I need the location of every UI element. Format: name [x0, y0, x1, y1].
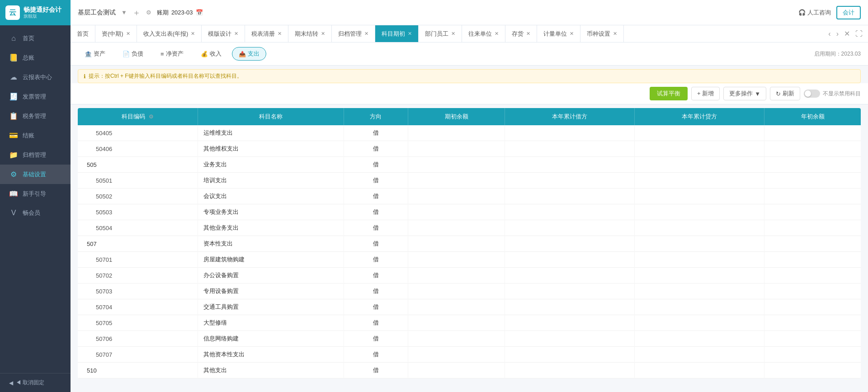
company-dropdown-icon[interactable]: ▼ [121, 9, 127, 16]
toggle-track[interactable] [804, 90, 820, 98]
tab-close-archive-mgr[interactable]: ✕ [364, 31, 368, 37]
tab-close-period-end[interactable]: ✕ [321, 31, 325, 37]
disable-toggle[interactable]: 不显示禁用科目 [804, 90, 861, 98]
tab-close-template[interactable]: ✕ [234, 31, 238, 37]
tab-close-bs-period[interactable]: ✕ [126, 31, 130, 37]
sidebar-item-archive[interactable]: 📁 归档管理 [0, 145, 71, 165]
ledger-icon: 📒 [9, 53, 18, 62]
cell-opening [408, 315, 505, 331]
tab-label-dept-emp: 部门员工 [425, 30, 448, 38]
cell-ytd-debit [505, 173, 635, 189]
filter-tab-liability[interactable]: 📄 负债 [116, 47, 150, 61]
add-button[interactable]: + 新增 [691, 87, 720, 100]
expense-tab-label: 支出 [248, 50, 259, 58]
tab-home[interactable]: 首页 [71, 25, 95, 42]
refresh-button[interactable]: ↻ 刷新 [770, 87, 800, 100]
cell-code: 50503 [78, 204, 198, 220]
balance-button[interactable]: 试算平衡 [650, 87, 688, 100]
cell-code: 50707 [78, 347, 198, 363]
tab-close-tax-clear[interactable]: ✕ [278, 31, 282, 37]
filter-tab-asset[interactable]: 🏦 资产 [78, 47, 112, 61]
cell-name: 运维维支出 [198, 125, 344, 141]
tab-currency[interactable]: 币种设置✕ [580, 25, 624, 42]
cell-name: 其他资本性支出 [198, 347, 344, 363]
topbar: 基层工会测试 ▼ ＋ ⚙ 账期 2023-03 📅 🎧 人工咨询 会计 [71, 0, 868, 25]
tab-bs-period[interactable]: 资(中期)✕ [95, 25, 137, 42]
cell-name: 专用设备购置 [198, 283, 344, 299]
filter-tabs: 🏦 资产 📄 负债 ≡ 净资产 💰 收入 📤 支出 启用期间：2023.03 [71, 43, 868, 66]
tab-close-currency[interactable]: ✕ [613, 31, 617, 37]
col-opening: 期初余额 [408, 108, 505, 125]
table-row: 50706 信息网络购建 借 [78, 331, 861, 347]
collapse-label: ◀ 取消固定 [16, 379, 44, 387]
cell-name: 资本性支出 [198, 236, 344, 252]
cell-ytd-credit [635, 252, 764, 268]
guide-icon: 📖 [9, 189, 18, 198]
sidebar-item-cloud-report[interactable]: ☁ 云报表中心 [0, 67, 71, 87]
tab-dept-emp[interactable]: 部门员工✕ [419, 25, 462, 42]
tab-archive-mgr[interactable]: 归档管理✕ [332, 25, 375, 42]
cell-ytd-credit [635, 189, 764, 204]
cell-ytd-debit [505, 347, 635, 363]
tab-close-inventory[interactable]: ✕ [526, 31, 530, 37]
tab-controls: ‹ › ✕ ⛶ [823, 28, 868, 39]
tab-unit[interactable]: 计量单位✕ [537, 25, 580, 42]
cell-code: 507 [78, 236, 198, 252]
filter-tab-expense[interactable]: 📤 支出 [232, 47, 266, 61]
tab-close-all[interactable]: ✕ [842, 28, 852, 39]
tab-close-subject-init[interactable]: ✕ [408, 31, 412, 37]
tab-subject-init[interactable]: 科目期初✕ [375, 25, 419, 42]
sidebar-item-settings[interactable]: ⚙ 基础设置 [0, 165, 71, 184]
toolbar-actions: 试算平衡 + 新增 更多操作 ▼ ↻ 刷新 不显示禁用科目 [650, 87, 861, 100]
cell-opening [408, 252, 505, 268]
cell-ytd-debit [505, 363, 635, 378]
cell-ytd-debit [505, 268, 635, 283]
cell-direction: 借 [344, 331, 408, 347]
filter-tab-income[interactable]: 💰 收入 [194, 47, 228, 61]
cell-direction: 借 [344, 189, 408, 204]
tab-scroll-left[interactable]: ‹ [826, 29, 832, 39]
tab-label-currency: 币种设置 [587, 30, 610, 38]
sidebar-item-home[interactable]: ⌂ 首页 [0, 29, 71, 48]
toolbar: 试算平衡 + 新增 更多操作 ▼ ↻ 刷新 不显示禁用科目 [71, 83, 868, 104]
cell-code: 50502 [78, 189, 198, 204]
tab-template[interactable]: 模版设计✕ [202, 25, 245, 42]
filter-tab-net-asset[interactable]: ≡ 净资产 [154, 47, 190, 61]
tab-label-income-year: 收入支出表(年报) [143, 30, 189, 38]
tab-income-year[interactable]: 收入支出表(年报)✕ [137, 25, 202, 42]
cell-ytd-debit [505, 331, 635, 347]
account-button[interactable]: 会计 [836, 6, 861, 19]
sidebar-item-checkout[interactable]: 💳 结账 [0, 126, 71, 145]
add-company-button[interactable]: ＋ [132, 7, 141, 18]
cell-opening [408, 299, 505, 315]
cell-ytd-credit [635, 157, 764, 173]
col-settings-icon[interactable]: ⚙ [149, 113, 154, 120]
tab-period-end[interactable]: 期末结转✕ [288, 25, 332, 42]
content-area: 🏦 资产 📄 负债 ≡ 净资产 💰 收入 📤 支出 启用期间：2023.03 ℹ… [71, 43, 868, 392]
tab-close-contacts[interactable]: ✕ [495, 31, 499, 37]
tab-close-dept-emp[interactable]: ✕ [451, 31, 455, 37]
tab-contacts[interactable]: 往来单位✕ [462, 25, 505, 42]
asset-tab-icon: 🏦 [85, 51, 92, 57]
sidebar-item-member[interactable]: V 畅会员 [0, 203, 71, 222]
cell-ytd-debit [505, 299, 635, 315]
tab-close-unit[interactable]: ✕ [570, 31, 574, 37]
tab-expand[interactable]: ⛶ [854, 29, 864, 39]
tab-inventory[interactable]: 存货✕ [505, 25, 537, 42]
sidebar-item-tax[interactable]: 📋 税务管理 [0, 106, 71, 126]
table-row: 50705 大型修缮 借 [78, 315, 861, 331]
sidebar-item-invoice[interactable]: 🧾 发票管理 [0, 87, 71, 106]
consult-button[interactable]: 🎧 人工咨询 [798, 9, 831, 17]
main-content: 基层工会测试 ▼ ＋ ⚙ 账期 2023-03 📅 🎧 人工咨询 会计 首页资(… [71, 0, 868, 392]
calendar-icon[interactable]: 📅 [196, 9, 203, 16]
sidebar-item-ledger[interactable]: 📒 总账 [0, 48, 71, 67]
tab-scroll-right[interactable]: › [835, 29, 840, 39]
sidebar-item-guide[interactable]: 📖 新手引导 [0, 184, 71, 203]
tab-close-income-year[interactable]: ✕ [191, 31, 195, 37]
tab-tax-clear[interactable]: 税表清册✕ [245, 25, 288, 42]
more-button[interactable]: 更多操作 ▼ [723, 87, 766, 100]
cell-code: 50705 [78, 315, 198, 331]
company-settings-icon[interactable]: ⚙ [146, 9, 151, 16]
sidebar-footer[interactable]: ◀ ◀ 取消固定 [0, 373, 71, 392]
logo-icon: 云 [5, 5, 20, 20]
